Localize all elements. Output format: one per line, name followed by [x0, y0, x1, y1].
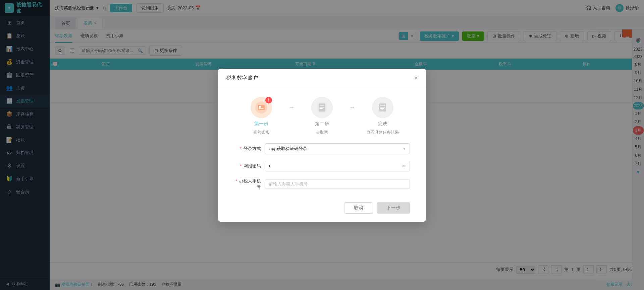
svg-rect-10	[380, 107, 385, 107]
step-1-svg	[255, 101, 267, 114]
chevron-down-icon: ▾	[403, 146, 406, 151]
step-3: 完成 查看具体任务结果	[356, 97, 410, 135]
phone-label: * 办税人手机号	[234, 178, 261, 190]
step-3-icon-wrap	[372, 97, 393, 118]
login-method-select[interactable]: app获取验证码登录 ▾	[265, 143, 410, 154]
step-3-sublabel: 查看具体任务结果	[367, 130, 399, 135]
login-method-value: app获取验证码登录	[269, 146, 307, 152]
steps-area: ! 第一步 完善账密 → 第二步 去取票	[218, 86, 426, 143]
login-method-label: * 登录方式	[234, 146, 261, 152]
password-input[interactable]	[269, 163, 392, 169]
password-label: * 网报密码	[234, 163, 261, 169]
svg-point-2	[259, 106, 261, 108]
modal-close-button[interactable]: ×	[414, 75, 418, 82]
step-1-error-badge: !	[265, 97, 272, 103]
step-2-label: 第二步	[315, 121, 329, 127]
form-row-phone: * 办税人手机号	[234, 178, 410, 190]
eye-icon[interactable]: 👁	[402, 163, 406, 168]
tax-digital-modal: 税务数字账户 × ! 第一步 完善账密 →	[218, 69, 426, 222]
modal-form: * 登录方式 app获取验证码登录 ▾ * 网报密码 👁	[218, 143, 426, 190]
phone-field-wrap[interactable]	[265, 179, 410, 189]
step-1-sublabel: 完善账密	[253, 130, 269, 135]
svg-rect-7	[320, 108, 323, 109]
step-3-label: 完成	[378, 121, 387, 127]
modal-title: 税务数字账户	[226, 75, 258, 82]
form-row-login-method: * 登录方式 app获取验证码登录 ▾	[234, 143, 410, 154]
step-2-svg	[316, 101, 328, 114]
step-2-icon-wrap	[311, 97, 333, 118]
step-2-sublabel: 去取票	[316, 130, 328, 135]
required-mark: *	[240, 146, 241, 151]
required-mark: *	[240, 163, 241, 168]
cancel-button[interactable]: 取消	[344, 202, 373, 214]
step-1: ! 第一步 完善账密	[234, 97, 288, 135]
svg-rect-5	[320, 105, 324, 106]
phone-input[interactable]	[269, 182, 406, 187]
next-button[interactable]: 下一步	[377, 202, 410, 214]
modal-footer: 取消 下一步	[218, 197, 426, 214]
step-1-icon-wrap: !	[251, 97, 272, 118]
step-2: 第二步 去取票	[295, 97, 349, 135]
modal-overlay: 税务数字账户 × ! 第一步 完善账密 →	[0, 0, 644, 290]
form-row-password: * 网报密码 👁	[234, 161, 410, 171]
svg-rect-1	[258, 105, 265, 110]
modal-header: 税务数字账户 ×	[218, 69, 426, 86]
svg-rect-3	[259, 108, 264, 109]
password-field-wrap[interactable]: 👁	[265, 161, 410, 171]
arrow-1: →	[288, 97, 295, 111]
arrow-2: →	[349, 97, 356, 111]
svg-rect-6	[320, 107, 324, 107]
step-3-svg	[377, 101, 389, 114]
svg-rect-9	[380, 105, 385, 106]
required-mark: *	[235, 178, 237, 184]
step-1-label: 第一步	[254, 121, 268, 127]
